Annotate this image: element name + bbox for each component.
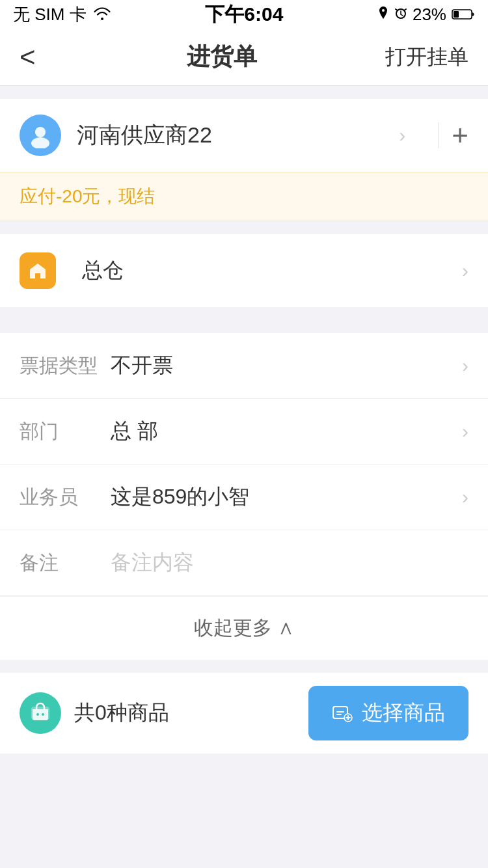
supplier-section: 河南供应商22 › + 应付-20元，现结 [0, 99, 488, 221]
select-product-icon [332, 703, 353, 724]
notice-bar: 应付-20元，现结 [0, 172, 488, 221]
product-count-text: 共0种商品 [74, 699, 169, 727]
battery-text: 23% [413, 5, 446, 25]
status-left: 无 SIM 卡 [13, 3, 111, 26]
invoice-type-label: 票据类型 [20, 353, 98, 379]
remark-row[interactable]: 备注 备注内容 [0, 530, 488, 596]
bottom-gray-area [0, 753, 488, 868]
form-section: 票据类型 不开票 › 部门 总 部 › 业务员 这是859的小智 › 备注 备注… [0, 333, 488, 660]
svg-rect-6 [35, 273, 40, 278]
section-divider-2 [0, 221, 488, 234]
svg-point-4 [35, 127, 46, 137]
bottom-bar: 共0种商品 选择商品 [0, 673, 488, 753]
supplier-avatar [20, 115, 61, 156]
back-button[interactable]: < [20, 42, 59, 73]
department-label: 部门 [20, 418, 98, 445]
invoice-type-chevron-icon: › [462, 355, 468, 377]
svg-rect-3 [454, 11, 459, 18]
invoice-type-row[interactable]: 票据类型 不开票 › [0, 333, 488, 399]
page-title: 进货单 [187, 41, 257, 73]
collapse-button[interactable]: 收起更多 ∧ [0, 596, 488, 660]
svg-point-5 [31, 137, 49, 148]
location-icon [377, 5, 389, 25]
supplier-chevron-icon: › [399, 124, 405, 146]
status-time: 下午6:04 [205, 1, 283, 28]
select-product-button[interactable]: 选择商品 [308, 686, 468, 740]
invoice-type-value: 不开票 [98, 351, 462, 380]
supplier-row[interactable]: 河南供应商22 › + [0, 99, 488, 172]
supplier-divider [438, 122, 439, 148]
add-button[interactable]: + [452, 121, 468, 150]
salesperson-value: 这是859的小智 [98, 483, 462, 511]
remark-label: 备注 [20, 550, 98, 576]
section-divider-1 [0, 86, 488, 99]
salesperson-label: 业务员 [20, 484, 98, 511]
svg-point-0 [382, 9, 385, 12]
warehouse-chevron-icon: › [462, 260, 468, 282]
department-value: 总 部 [98, 417, 462, 446]
warehouse-row[interactable]: 总仓 › [0, 234, 488, 307]
carrier-text: 无 SIM 卡 [13, 3, 87, 26]
warehouse-icon [20, 252, 56, 289]
salesperson-chevron-icon: › [462, 486, 468, 508]
remark-input[interactable]: 备注内容 [98, 549, 468, 577]
nav-bar: < 进货单 打开挂单 [0, 29, 488, 86]
product-count-area: 共0种商品 [20, 692, 169, 734]
status-right: 23% [377, 5, 475, 25]
warehouse-name: 总仓 [69, 256, 462, 285]
collapse-label: 收起更多 ∧ [194, 615, 293, 642]
wifi-icon [93, 5, 111, 25]
status-bar: 无 SIM 卡 下午6:04 23% [0, 0, 488, 29]
warehouse-section: 总仓 › [0, 234, 488, 307]
department-row[interactable]: 部门 总 部 › [0, 399, 488, 465]
notice-text: 应付-20元，现结 [20, 186, 155, 206]
svg-point-8 [36, 713, 39, 716]
open-pending-button[interactable]: 打开挂单 [385, 43, 468, 72]
alarm-icon [394, 5, 407, 25]
svg-point-9 [42, 713, 44, 716]
product-cart-icon [20, 692, 61, 734]
department-chevron-icon: › [462, 420, 468, 442]
section-divider-3 [0, 307, 488, 320]
battery-icon [452, 5, 475, 25]
supplier-name: 河南供应商22 [77, 120, 399, 150]
select-product-label: 选择商品 [362, 699, 445, 727]
salesperson-row[interactable]: 业务员 这是859的小智 › [0, 465, 488, 530]
